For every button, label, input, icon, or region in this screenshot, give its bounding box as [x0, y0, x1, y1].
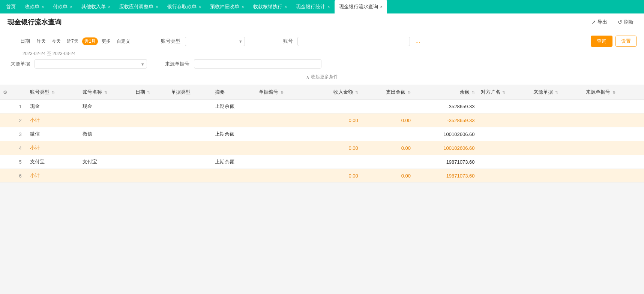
sort-icon-account-type[interactable]: ⇅ [52, 90, 55, 94]
page-header: 现金银行流水查询 ↗ 导出 ↺ 刷新 [0, 13, 644, 31]
row-num: 6 [14, 169, 27, 183]
dots-button[interactable]: ... [413, 38, 422, 45]
th-balance: 余额 ⇅ [414, 85, 477, 100]
th-source-doc-no-label: 来源单据号 [586, 89, 610, 95]
sort-icon-date[interactable]: ⇅ [147, 90, 150, 94]
date-btn-custom[interactable]: 自定义 [114, 37, 132, 45]
query-button[interactable]: 查询 [591, 36, 612, 47]
nav-tab-receipt[interactable]: 收款单 × [20, 0, 48, 13]
row-num: 4 [14, 141, 27, 155]
filter-row-1: 日期 昨天 今天 近7天 近1月 更多 自定义 账号类型 账号 ... 查询 设… [8, 36, 636, 47]
refresh-icon: ↺ [618, 19, 622, 25]
table-row: 2小计0.000.00-3528659.33 [0, 113, 644, 127]
table-row: 1现金现金上期余额-3528659.33 [0, 100, 644, 113]
chevron-up-icon: ∧ [306, 75, 309, 80]
th-source-doc-label: 来源单据 [533, 89, 553, 95]
close-icon[interactable]: × [199, 4, 201, 9]
th-date-label: 日期 [135, 89, 145, 95]
nav-tab-home[interactable]: 首页 [2, 0, 20, 13]
balance-cell: 100102606.60 [414, 127, 477, 141]
account-type-select-wrapper [185, 37, 245, 46]
close-icon[interactable]: × [327, 4, 330, 9]
nav-tab-statistics[interactable]: 现金银行统计 × [291, 0, 334, 13]
account-label: 账号 [270, 38, 293, 45]
th-expense-label: 支出金额 [386, 89, 405, 95]
date-label: 日期 [8, 38, 30, 45]
close-icon[interactable]: × [156, 4, 158, 9]
balance-cell: 19871073.60 [414, 155, 477, 169]
close-icon[interactable]: × [70, 4, 72, 9]
th-summary: 摘要 [212, 85, 256, 100]
date-btn-more[interactable]: 更多 [99, 37, 113, 45]
account-input[interactable] [297, 37, 410, 46]
nav-tab-collection[interactable]: 收款核销执行 × [249, 0, 291, 13]
header-actions: ↗ 导出 ↺ 刷新 [588, 17, 636, 27]
top-nav: 首页 收款单 × 付款单 × 其他收入单 × 应收应付调整单 × 银行存取款单 … [0, 0, 644, 13]
th-balance-label: 余额 [460, 89, 470, 95]
filter-row-2: 来源单据 来源单据号 [8, 59, 636, 69]
th-account-name-label: 账号名称 [83, 89, 102, 95]
account-type-select[interactable] [185, 37, 245, 46]
account-type-label: 账号类型 [158, 38, 180, 45]
close-icon[interactable]: × [42, 4, 44, 9]
close-icon[interactable]: × [285, 4, 287, 9]
gear-icon[interactable]: ⚙ [3, 90, 8, 95]
expense-cell [361, 100, 414, 113]
sort-icon-counterpart[interactable]: ⇅ [502, 90, 505, 94]
th-doc-type-label: 单据类型 [171, 89, 191, 95]
close-icon[interactable]: × [242, 4, 244, 9]
date-btn-yesterday[interactable]: 昨天 [35, 37, 48, 45]
table-row: 3微信微信上期余额100102606.60 [0, 127, 644, 141]
source-doc-select-wrapper [35, 59, 147, 69]
date-btn-1month[interactable]: 近1月 [82, 37, 98, 45]
sort-icon-expense[interactable]: ⇅ [408, 90, 411, 94]
th-income: 收入金额 ⇅ [308, 85, 361, 100]
th-summary-label: 摘要 [215, 89, 225, 95]
close-icon[interactable]: × [108, 4, 110, 9]
expense-cell [361, 127, 414, 141]
sort-icon-account-name[interactable]: ⇅ [104, 90, 107, 94]
sort-icon-source-doc[interactable]: ⇅ [555, 90, 558, 94]
th-source-doc-no: 来源单据号 ⇅ [583, 85, 644, 100]
sort-icon-doc-no[interactable]: ⇅ [281, 90, 284, 94]
balance-cell: 19871073.60 [414, 169, 477, 183]
nav-tab-advance[interactable]: 预收冲应收单 × [206, 0, 248, 13]
nav-tab-adjustment[interactable]: 应收应付调整单 × [115, 0, 162, 13]
income-cell: 0.00 [308, 113, 361, 127]
th-source-doc: 来源单据 ⇅ [530, 85, 583, 100]
page-title: 现金银行流水查询 [8, 18, 62, 27]
th-doc-type: 单据类型 [168, 85, 212, 100]
balance-cell: -3528659.33 [414, 113, 477, 127]
row-num: 1 [14, 100, 27, 113]
sort-icon-source-doc-no[interactable]: ⇅ [612, 90, 615, 94]
source-doc-no-input[interactable] [194, 59, 321, 69]
balance-cell: -3528659.33 [414, 100, 477, 113]
table-header-row: ⚙ 账号类型 ⇅ 账号名称 ⇅ 日期 ⇅ 单据类型 [0, 85, 644, 100]
source-doc-select[interactable] [35, 59, 147, 69]
th-account-type-label: 账号类型 [30, 89, 50, 95]
table-row: 5支付宝支付宝上期余额19871073.60 [0, 155, 644, 169]
date-btn-7days[interactable]: 近7天 [65, 37, 81, 45]
nav-tab-payment[interactable]: 付款单 × [48, 0, 77, 13]
sort-icon-balance[interactable]: ⇅ [472, 90, 475, 94]
nav-tab-flow-query[interactable]: 现金银行流水查询 × [335, 0, 387, 13]
sort-icon-income[interactable]: ⇅ [355, 90, 358, 94]
income-cell [308, 155, 361, 169]
th-num [14, 85, 27, 100]
expense-cell: 0.00 [361, 141, 414, 155]
row-num: 2 [14, 113, 27, 127]
nav-tab-other-income[interactable]: 其他收入单 × [77, 0, 115, 13]
export-button[interactable]: ↗ 导出 [588, 17, 610, 27]
refresh-button[interactable]: ↺ 刷新 [615, 17, 636, 27]
close-icon[interactable]: × [380, 4, 383, 9]
balance-cell: 100102606.60 [414, 141, 477, 155]
main-table: ⚙ 账号类型 ⇅ 账号名称 ⇅ 日期 ⇅ 单据类型 [0, 85, 644, 183]
expense-cell: 0.00 [361, 113, 414, 127]
date-btn-today[interactable]: 今天 [50, 37, 63, 45]
collapse-bar[interactable]: ∧ 收起更多条件 [8, 72, 636, 83]
settings-button[interactable]: 设置 [615, 36, 636, 47]
source-doc-no-label: 来源单据号 [165, 61, 189, 67]
row-num: 3 [14, 127, 27, 141]
row-num: 5 [14, 155, 27, 169]
nav-tab-bank-deposit[interactable]: 银行存取款单 × [163, 0, 206, 13]
